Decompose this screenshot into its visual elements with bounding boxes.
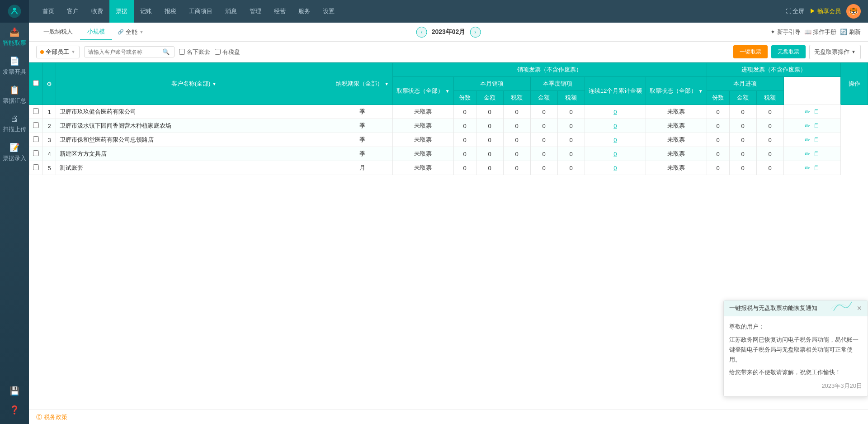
edit-icon[interactable]: ✏ [805,136,810,143]
row-12m[interactable]: 0 [585,119,646,133]
row-mp-tax: 0 [756,105,783,119]
sidebar-item-entry[interactable]: 📝 票据录入 [0,138,29,167]
table-row: 4 新建区方方文具店 季 未取票 0 0 0 0 0 0 未取票 0 0 0 ✏… [29,147,868,161]
sidebar-bottom: 💾 ❓ [0,381,29,424]
diskless-fetch-ops-btn[interactable]: 无盘取票操作 ▼ [809,45,861,59]
row-12m[interactable]: 0 [585,105,646,119]
subtab-general[interactable]: 一般纳税人 [36,24,80,40]
row-ms-amount: 0 [476,161,503,175]
row-fetch-out: 未取票 [393,161,454,175]
next-date-btn[interactable]: › [470,27,481,38]
new-guide-btn[interactable]: ✦ 新手引导 [770,28,801,36]
edit-icon[interactable]: ✏ [805,150,810,157]
notif-date: 2023年3月20日 [729,381,862,391]
filter-icon-fetch-out[interactable]: ▼ [445,89,450,94]
diskless-fetch-btn[interactable]: 无盘取票 [771,45,806,58]
notif-line2: 江苏政务网已恢复访问电子税务局功能，易代账一键登陆电子税务局与无盘取票相关功能可… [729,335,862,365]
view-icon[interactable]: 🗒 [813,136,820,143]
th-mp-amount: 金额 [729,91,756,105]
row-12m[interactable]: 0 [585,147,646,161]
nav-service[interactable]: 服务 [292,0,316,23]
sidebar-item-label: 票据汇总 [3,97,26,105]
th-ms-tax: 税额 [503,91,530,105]
name-account-checkbox[interactable] [179,49,185,55]
current-date: 2023年02月 [432,28,466,36]
orange-dot [40,50,44,54]
sidebar-item-smart-fetch[interactable]: 📥 智能取票 [0,23,29,52]
row-checkbox[interactable] [29,133,43,147]
nav-client[interactable]: 客户 [61,0,85,23]
settings-icon[interactable]: ⚙ [47,81,52,87]
notif-close-btn[interactable]: ✕ [857,305,862,312]
view-icon[interactable]: 🗒 [813,164,820,172]
row-qs-amount: 0 [530,161,557,175]
sidebar-item-help[interactable]: ❓ [0,400,29,419]
user-avatar[interactable]: 🐯 [846,4,861,19]
row-12m[interactable]: 0 [585,133,646,147]
checkbox-has-taxpad[interactable]: 有税盘 [215,48,240,56]
nav-billing[interactable]: 收费 [85,0,109,23]
prev-date-btn[interactable]: ‹ [416,27,427,38]
subtab-small[interactable]: 小规模 [80,24,112,40]
manual-btn[interactable]: 📖 操作手册 [804,28,837,36]
nav-home[interactable]: 首页 [36,0,61,23]
nav-bookkeeping[interactable]: 记账 [134,0,158,23]
sidebar-item-summary[interactable]: 📋 票据汇总 [0,81,29,110]
view-icon[interactable]: 🗒 [813,108,820,115]
download-icon: 💾 [9,386,19,396]
subtab-all[interactable]: 🔗 全能 ▼ [112,24,149,40]
row-name: 新建区方方文具店 [56,147,332,161]
row-ms-tax: 0 [503,105,530,119]
sidebar-item-download[interactable]: 💾 [0,381,29,400]
search-input[interactable] [88,49,160,55]
nav-tax[interactable]: 报税 [158,0,183,23]
edit-icon[interactable]: ✏ [805,164,810,172]
th-mp-copies: 份数 [707,91,729,105]
row-fetch-in: 未取票 [646,105,707,119]
tax-policy-link[interactable]: ⓪ 税务政策 [36,413,67,421]
row-qs-tax: 0 [557,105,585,119]
row-period: 月 [332,161,393,175]
select-all-checkbox[interactable] [33,80,39,86]
nav-settings[interactable]: 设置 [316,0,341,23]
row-12m[interactable]: 0 [585,161,646,175]
row-ms-amount: 0 [476,133,503,147]
subtabs-bar: 一般纳税人 小规模 🔗 全能 ▼ ‹ 2023年02月 › ✦ 新手引导 📖 操… [29,23,868,42]
row-checkbox[interactable] [29,119,43,133]
filter-icon-period[interactable]: ▼ [384,81,389,86]
bottom-bar: ⓪ 税务政策 [29,410,868,424]
nav-business[interactable]: 工商项目 [183,0,219,23]
summary-icon: 📋 [9,85,19,95]
row-mp-amount: 0 [729,105,756,119]
vip-btn[interactable]: ▶ 畅享会员 [810,7,841,15]
table-row: 5 测试账套 月 未取票 0 0 0 0 0 0 未取票 0 0 0 ✏ 🗒 [29,161,868,175]
nav-message[interactable]: 消息 [219,0,243,23]
filter-icon-fetch-in[interactable]: ▼ [698,89,703,94]
view-icon[interactable]: 🗒 [813,150,820,157]
has-taxpad-checkbox[interactable] [215,49,221,55]
edit-icon[interactable]: ✏ [805,108,810,115]
sidebar-item-issue[interactable]: 📄 发票开具 [0,52,29,81]
row-checkbox[interactable] [29,161,43,175]
edit-icon[interactable]: ✏ [805,122,810,129]
view-icon[interactable]: 🗒 [813,122,820,129]
search-icon[interactable]: 🔍 [162,48,170,55]
fullscreen-btn[interactable]: ⛶ 全屏 [786,7,805,15]
row-fetch-out: 未取票 [393,133,454,147]
row-checkbox[interactable] [29,105,43,119]
row-checkbox[interactable] [29,147,43,161]
nav-management[interactable]: 管理 [243,0,268,23]
sidebar-item-scan[interactable]: 🖨 扫描上传 [0,110,29,138]
table-row: 2 卫辉市汲水镇下园闻香阁营木种植家庭农场 季 未取票 0 0 0 0 0 0 … [29,119,868,133]
nav-invoice[interactable]: 票据 [109,0,134,23]
one-click-fetch-btn[interactable]: 一键取票 [733,45,768,58]
help-icon: ❓ [9,405,19,415]
checkbox-name-account[interactable]: 名下账套 [179,48,210,56]
topnav: 首页 客户 收费 票据 记账 报税 工商项目 消息 管理 经营 服务 设置 ⛶ … [29,0,868,23]
employee-select[interactable]: 全部员工 ▼ [36,46,80,58]
row-mp-tax: 0 [756,147,783,161]
refresh-btn[interactable]: 🔄 刷新 [840,28,861,36]
nav-operation[interactable]: 经营 [268,0,292,23]
row-qs-tax: 0 [557,161,585,175]
filter-icon-customer[interactable]: ▼ [212,81,217,86]
